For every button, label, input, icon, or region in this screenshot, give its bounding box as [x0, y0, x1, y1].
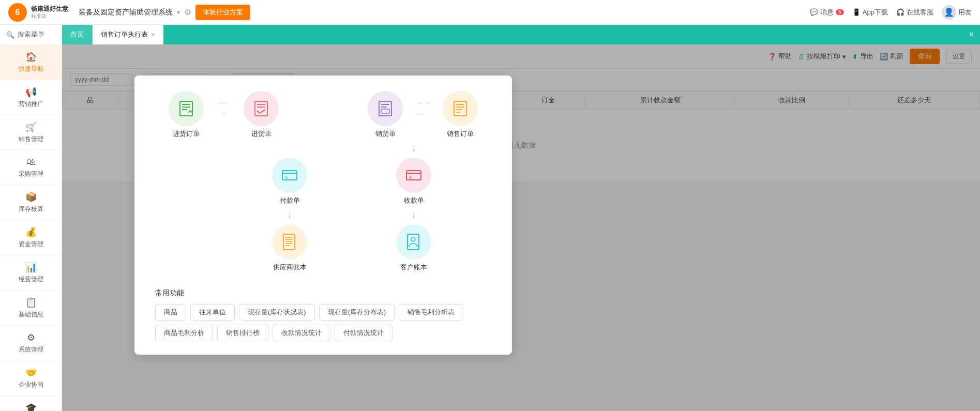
sidebar-item-newbie[interactable]: 🎓 新手引导	[0, 396, 62, 411]
sidebar-item-basic-info[interactable]: 📋 基础信息	[0, 291, 62, 326]
tab-sales-order-exec[interactable]: 销售订单执行表 ×	[93, 25, 163, 44]
message-button[interactable]: 💬 消息 5	[810, 8, 844, 17]
payment-bill-icon: ¥	[280, 166, 299, 185]
basic-info-icon: 📋	[25, 297, 37, 308]
dropdown-arrow-icon[interactable]: ▾	[177, 9, 180, 16]
sales-bill-label: 销货单	[375, 129, 396, 139]
purchase-order-circle	[169, 91, 204, 126]
func-btn-sales-gross[interactable]: 销售毛利分析表	[399, 304, 463, 321]
user-avatar: 👤	[942, 5, 956, 20]
arrow-down-sb: ↓	[383, 143, 445, 154]
purchase-order-label: 进货订单	[173, 129, 200, 139]
flow-row-2: ¥ 付款单	[155, 158, 491, 205]
app-download-button[interactable]: 📱 App下载	[852, 8, 888, 17]
quick-guide-modal: 进货订单 - - - →	[134, 75, 512, 355]
func-btn-product-gross[interactable]: 商品毛利分析	[155, 325, 213, 341]
tab-close-icon[interactable]: ×	[151, 31, 155, 38]
sidebar-item-purchase[interactable]: 🛍 采购管理	[0, 150, 62, 185]
sidebar-item-enterprise[interactable]: 🤝 企业协同	[0, 361, 62, 396]
sidebar-item-finance[interactable]: 💰 资金管理	[0, 220, 62, 255]
logo-area: 6 畅康通好生意 标准版	[8, 3, 70, 22]
func-btn-receipt-stats[interactable]: 收款情况统计	[273, 325, 330, 341]
arrow-so-to-sb: ← - - -	[416, 98, 429, 132]
sidebar-item-sales[interactable]: 🛒 销售管理	[0, 115, 62, 150]
online-service-button[interactable]: 🎧 在线客服	[896, 8, 933, 17]
sales-bill-icon	[376, 99, 395, 118]
common-functions-title: 常用功能	[155, 288, 491, 298]
sales-icon: 🛒	[25, 121, 37, 133]
sidebar-item-operations[interactable]: 📊 经营管理	[0, 255, 62, 291]
user-area[interactable]: 👤 用友	[942, 5, 972, 20]
svg-text:¥: ¥	[284, 175, 288, 180]
flow-diagram: 进货订单 - - - →	[155, 91, 491, 276]
func-btn-payment-stats[interactable]: 付款情况统计	[335, 325, 393, 341]
sales-bill-circle	[368, 91, 403, 126]
receipt-bill-label: 收款单	[404, 196, 424, 205]
func-btn-product[interactable]: 商品	[155, 304, 186, 321]
logo-icon: 6	[8, 3, 27, 22]
svg-rect-0	[180, 101, 192, 116]
svg-rect-4	[255, 101, 267, 116]
sidebar-item-inventory[interactable]: 📦 库存核算	[0, 185, 62, 220]
payment-bill-circle: ¥	[272, 158, 307, 193]
tab-bar-close-icon[interactable]: ×	[969, 30, 974, 39]
sales-order-node[interactable]: 销售订单	[429, 91, 491, 139]
arrow-down-rec: ↓	[383, 209, 445, 220]
flow-arrows-down-1: ↓	[155, 143, 491, 154]
svg-rect-7	[379, 101, 391, 116]
logo-text: 畅康通好生意 标准版	[31, 5, 68, 19]
quick-nav-icon: 🏠	[25, 51, 37, 63]
func-btn-partners[interactable]: 往来单位	[190, 304, 235, 321]
download-icon: 📱	[852, 8, 861, 16]
purchase-order-node[interactable]: 进货订单	[155, 91, 217, 139]
func-btn-sales-ranking[interactable]: 销售排行榜	[217, 325, 268, 341]
content-area: 首页 销售订单执行表 × × ❓ 帮助 🖨 按模板打印 ▾	[62, 25, 980, 411]
enterprise-icon: 🤝	[25, 367, 37, 378]
sidebar-item-sys-mgmt[interactable]: ⚙ 系统管理	[0, 326, 62, 361]
func-btn-stock-status[interactable]: 现存量(库存状况表)	[239, 304, 315, 321]
sales-bill-node[interactable]: 销货单	[354, 91, 416, 139]
payment-bill-label: 付款单	[280, 196, 300, 205]
newbie-icon: 🎓	[25, 402, 37, 411]
common-functions: 常用功能 商品 往来单位 现存量(库存状况表) 现存量(库存分布表) 销售毛利分…	[155, 288, 491, 341]
user-name: 用友	[958, 8, 972, 17]
supplier-ledger-node[interactable]: 供应商账本	[259, 224, 321, 272]
purchase-bill-label: 进货单	[251, 129, 272, 139]
sales-order-label: 销售订单	[447, 129, 474, 139]
scrollbar-right-arrow[interactable]: ▶	[497, 354, 502, 355]
service-icon: 🎧	[896, 8, 904, 16]
purchase-bill-icon	[252, 99, 270, 118]
finance-icon: 💰	[25, 226, 37, 238]
sidebar-item-marketing[interactable]: 📢 营销推广	[0, 80, 62, 115]
tab-home[interactable]: 首页	[62, 25, 93, 44]
tab-bar: 首页 销售订单执行表 × ×	[62, 25, 980, 44]
search-menu[interactable]: 🔍 搜索菜单	[0, 25, 62, 45]
trial-button[interactable]: 体验行业方案	[195, 5, 250, 20]
flow-arrows-down-2: ↓ ↓	[155, 209, 491, 220]
svg-rect-10	[381, 109, 389, 113]
svg-text:¥: ¥	[409, 175, 412, 180]
purchase-icon: 🛍	[26, 157, 36, 168]
svg-rect-28	[408, 234, 419, 250]
customer-ledger-node[interactable]: 客户账本	[383, 224, 445, 272]
system-title: 装备及固定资产辅助管理系统	[79, 8, 173, 17]
flow-row-1: 进货订单 - - - →	[155, 91, 491, 139]
purchase-bill-node[interactable]: 进货单	[230, 91, 292, 139]
inventory-icon: 📦	[25, 191, 37, 203]
sales-order-icon	[451, 99, 470, 118]
sys-mgmt-icon: ⚙	[27, 332, 35, 343]
function-buttons: 商品 往来单位 现存量(库存状况表) 现存量(库存分布表) 销售毛利分析表 商品…	[155, 304, 491, 341]
sidebar-item-quick-nav[interactable]: 🏠 快捷导航	[0, 45, 62, 80]
purchase-order-icon	[177, 99, 195, 118]
gear-icon[interactable]: ⚙	[184, 7, 191, 17]
sidebar: 🔍 搜索菜单 🏠 快捷导航 📢 营销推广 🛒 销售管理 🛍 采购管理 📦 库存核…	[0, 25, 62, 411]
payment-bill-node[interactable]: ¥ 付款单	[259, 158, 321, 205]
supplier-ledger-icon	[280, 233, 299, 251]
flow-row-3: 供应商账本	[155, 224, 491, 272]
main-layout: 🔍 搜索菜单 🏠 快捷导航 📢 营销推广 🛒 销售管理 🛍 采购管理 📦 库存核…	[0, 25, 980, 411]
message-icon: 💬	[810, 8, 818, 16]
receipt-bill-node[interactable]: ¥ 收款单	[383, 158, 445, 205]
system-title-area: 装备及固定资产辅助管理系统 ▾ ⚙ 体验行业方案	[79, 5, 810, 20]
operations-icon: 📊	[25, 262, 37, 273]
func-btn-stock-dist[interactable]: 现存量(库存分布表)	[319, 304, 395, 321]
